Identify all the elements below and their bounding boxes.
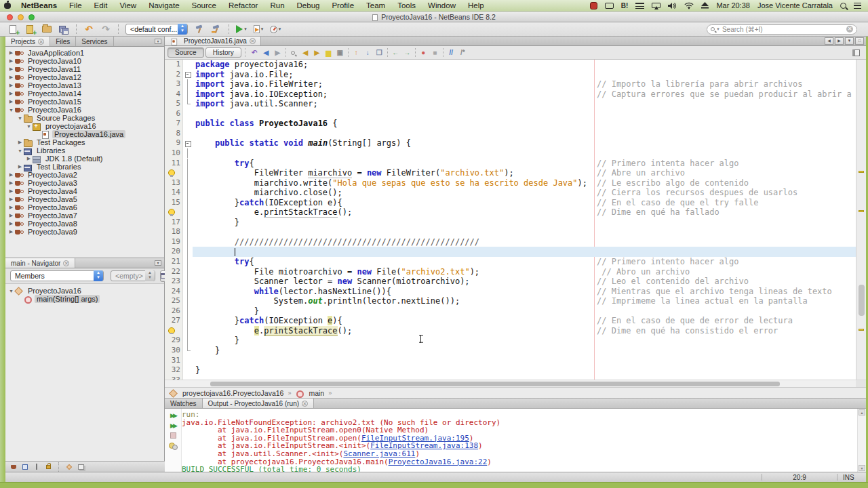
scroll-down-icon[interactable]: ▼: [859, 465, 865, 471]
scroll-up-icon[interactable]: ▲: [859, 409, 865, 415]
stacktrace-link[interactable]: ProyectoJava16.java:22: [389, 458, 488, 466]
code-line-32[interactable]: 32}: [165, 365, 856, 375]
redo-button[interactable]: ↷: [98, 23, 113, 35]
expand-icon[interactable]: ▶: [8, 83, 14, 88]
scroll-tabs-right-icon[interactable]: ▶: [835, 37, 844, 45]
project-tree-item-test-libraries[interactable]: ▶Test Libraries: [5, 163, 164, 171]
collapse-icon[interactable]: ▼: [17, 116, 23, 121]
menu-navigate[interactable]: Navigate: [142, 0, 185, 12]
close-icon[interactable]: ✕: [38, 39, 44, 45]
project-tree-item-proyectojava6[interactable]: ▶ProyectoJava6: [5, 203, 164, 211]
project-tree-item-libraries[interactable]: ▼Libraries: [5, 146, 164, 155]
code-line-14[interactable]: 14 miarchivo.close();// Cierra los recur…: [165, 188, 856, 198]
code-line-8[interactable]: 8: [165, 129, 856, 139]
warning-hint-icon[interactable]: [167, 169, 174, 176]
tab-services[interactable]: Services: [76, 37, 113, 46]
menu-tools[interactable]: Tools: [391, 0, 422, 12]
code-line-27[interactable]: 27 }catch(IOException e){// En el caso d…: [165, 316, 856, 326]
tab-navigator[interactable]: main - Navigator ✕: [5, 258, 75, 268]
project-tree-item-proyectojava12[interactable]: ▶ProyectoJava12: [5, 73, 164, 81]
code-line-15[interactable]: 15 }catch(IOException e){// En el caso d…: [165, 198, 856, 208]
expand-icon[interactable]: ▶: [17, 140, 23, 145]
history-view-button[interactable]: History: [205, 47, 241, 58]
toggle-bookmark-icon[interactable]: ❐: [374, 47, 385, 58]
window-titlebar[interactable]: ProyectoJava16 - NetBeans IDE 8.2: [0, 12, 868, 22]
collapse-icon[interactable]: ▼: [26, 124, 32, 129]
forward-icon[interactable]: ▶: [272, 47, 283, 58]
horizontal-scrollbar[interactable]: [165, 380, 856, 387]
menu-window[interactable]: Window: [422, 0, 462, 12]
code-line-26[interactable]: 26 }: [165, 306, 856, 317]
airplay-icon[interactable]: [652, 1, 660, 10]
expand-icon[interactable]: ▶: [8, 99, 14, 104]
code-line-24[interactable]: 24 while(lector.hasNextLine()){// Mientr…: [165, 287, 856, 297]
project-tree-item-proyectojava16-java[interactable]: ProyectoJava16.java: [5, 130, 164, 138]
code-line-11[interactable]: 11 try{// Primero intenta hacer algo: [165, 159, 856, 169]
expand-icon[interactable]: ▶: [8, 221, 14, 226]
navigator-members-select[interactable]: Members ▲▼: [10, 270, 104, 281]
show-inherited-icon[interactable]: [9, 463, 18, 470]
new-file-button[interactable]: +: [5, 23, 20, 35]
find-next-icon[interactable]: ▶: [311, 47, 323, 58]
tab-proyectojava16-java[interactable]: ProyectoJava16.java ✕: [165, 37, 261, 45]
navigator-item-proyectojava16[interactable]: ▼ProyectoJava16: [5, 287, 164, 295]
code-line-17[interactable]: 17 }: [165, 218, 856, 228]
breadcrumb-item[interactable]: main: [309, 389, 324, 397]
menu-source[interactable]: Source: [186, 0, 222, 12]
warning-hint-icon[interactable]: [167, 209, 174, 216]
menu-refactor[interactable]: Refactor: [222, 0, 264, 12]
ant-settings-icon[interactable]: [168, 442, 178, 449]
code-line-5[interactable]: 5import java.util.Scanner;: [165, 99, 856, 109]
source-view-button[interactable]: Source: [167, 47, 204, 58]
code-line-16[interactable]: e.printStackTrace();// Dime en qué ha fa…: [165, 207, 856, 218]
search-scope-caret-icon[interactable]: ▼: [716, 27, 720, 31]
uncomment-icon[interactable]: /*: [457, 47, 469, 58]
select-in-projects-icon[interactable]: ▣: [334, 47, 346, 58]
split-document-button[interactable]: [850, 47, 862, 58]
close-icon[interactable]: ✕: [302, 401, 308, 407]
project-tree-item-proyectojava11[interactable]: ▶ProyectoJava11: [5, 65, 164, 73]
shift-line-right-icon[interactable]: →: [401, 47, 413, 58]
code-line-1[interactable]: 1package proyectojava16;: [165, 60, 856, 70]
minimize-panel-icon[interactable]: ▾: [155, 260, 161, 266]
build-button[interactable]: [192, 23, 207, 35]
stop-icon[interactable]: [168, 432, 178, 439]
rerun-icon[interactable]: ▶▶: [168, 411, 178, 419]
code-line-20[interactable]: 20: [165, 247, 856, 257]
tab-files[interactable]: Files: [50, 37, 76, 46]
project-tree-item-javaapplication1[interactable]: ▶JavaApplication1: [5, 49, 164, 57]
undo-button[interactable]: ↶: [81, 23, 96, 35]
tab-output-proyectojava16-run-[interactable]: Output - ProyectoJava16 (run)✕: [203, 399, 315, 408]
close-icon[interactable]: ✕: [250, 38, 256, 44]
expand-icon[interactable]: ▶: [8, 75, 14, 80]
notification-center-icon[interactable]: [854, 1, 861, 10]
code-line-29[interactable]: 29 }: [165, 336, 856, 346]
project-tree-item-proyectojava13[interactable]: ▶ProyectoJava13: [5, 81, 164, 89]
expand-icon[interactable]: ▶: [26, 156, 32, 161]
code-line-21[interactable]: 21 try{// Primero intento hacer algo: [165, 257, 856, 267]
profile-button[interactable]: ▾: [268, 23, 283, 35]
expand-icon[interactable]: ▶: [8, 172, 14, 178]
menu-netbeans[interactable]: NetBeans: [15, 0, 63, 12]
previous-bookmark-icon[interactable]: ↑: [351, 47, 362, 58]
warning-mark[interactable]: [859, 329, 864, 331]
code-line-3[interactable]: 3import java.io.FileWriter;// Importo la…: [165, 79, 856, 89]
project-tree-item-test-packages[interactable]: ▶Test Packages: [5, 138, 164, 146]
menu-debug[interactable]: Debug: [291, 0, 326, 12]
code-line-7[interactable]: 7public class ProyectoJava16 {: [165, 119, 856, 129]
project-tree-item-source-packages[interactable]: ▼Source Packages: [5, 114, 164, 122]
eject-icon[interactable]: [701, 1, 709, 10]
error-stripe[interactable]: [856, 60, 866, 380]
scrollbar-thumb[interactable]: [859, 285, 865, 316]
open-project-button[interactable]: [39, 23, 54, 35]
code-line-19[interactable]: 19 /////////////////////////////////////…: [165, 237, 856, 247]
expand-icon[interactable]: ▶: [8, 58, 14, 64]
find-previous-icon[interactable]: ◀: [300, 47, 311, 58]
code-line-9[interactable]: 9 public static void main(String[] args)…: [165, 138, 856, 148]
expand-icon[interactable]: ▶: [8, 188, 14, 194]
find-selection-icon[interactable]: [288, 47, 300, 58]
collapse-icon[interactable]: ▼: [17, 148, 23, 153]
code-editor[interactable]: 1package proyectojava16;2import java.io.…: [165, 60, 856, 380]
code-line-10[interactable]: 10: [165, 148, 856, 159]
save-all-button[interactable]: [56, 23, 71, 35]
